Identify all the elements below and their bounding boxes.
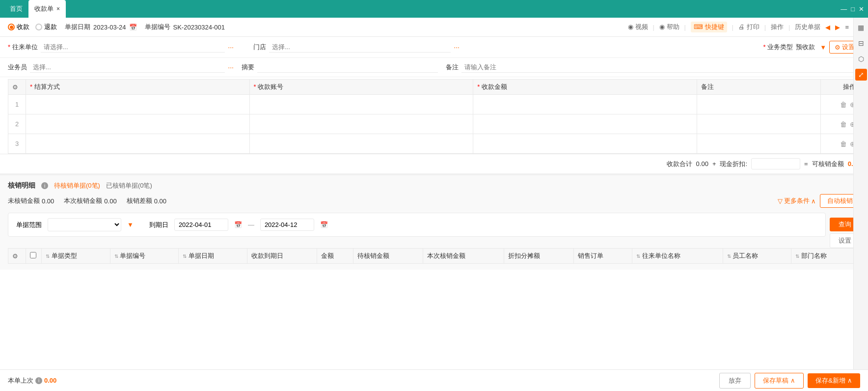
counterparty-more-btn[interactable]: ··· [228, 43, 234, 51]
row2-remark[interactable] [697, 114, 820, 134]
right-sidebar: ▦ ⊟ ⬡ ⤢ [853, 18, 868, 369]
remark-input[interactable] [461, 62, 860, 73]
done-tab-link[interactable]: 已核销单据(0笔) [106, 181, 152, 190]
col-settlement: 结算方式 [26, 80, 250, 95]
bottom-bar: 本单上次 i 0.00 放弃 保存草稿 ∧ 保存&新增 ∧ [0, 369, 868, 391]
row-num-3: 3 [8, 134, 26, 154]
col-counterparty-sub: ⇅ 往来单位名称 [632, 249, 723, 264]
row2-amount[interactable] [473, 114, 697, 134]
history-action[interactable]: 历史单据 [795, 23, 820, 31]
row1-delete-icon[interactable]: 🗑 [840, 101, 847, 109]
row3-amount[interactable] [473, 134, 697, 154]
col-current-sub: 本次核销金额 [423, 249, 504, 264]
col-employee: ⇅ 员工名称 [723, 249, 791, 264]
sub-table-settings-icon[interactable]: ⚙ [12, 252, 18, 260]
col-due-date-sub: 收款到期日 [247, 249, 317, 264]
close-tab-icon[interactable]: × [56, 5, 60, 12]
store-group: 门店 ··· [253, 42, 460, 53]
collection-total-label: 收款合计 [667, 160, 692, 168]
unverified-stat: 未核销金额 0.00 [8, 196, 54, 205]
nav-right-icon[interactable]: ▶ [835, 24, 840, 31]
store-input[interactable] [269, 42, 451, 53]
help-action[interactable]: ◉ 帮助 [659, 23, 679, 31]
sidebar-history-icon[interactable]: ⊟ [855, 37, 867, 49]
tab-receipt[interactable]: 收款单 × [28, 0, 66, 18]
col-remark: 备注 [697, 80, 820, 95]
operations-action[interactable]: 操作 [771, 23, 784, 31]
form-header: 收款 退款 单据日期 2023-03-24 📅 单据编号 SK-20230324… [0, 18, 868, 37]
minimize-btn[interactable]: — [841, 5, 847, 13]
col-num-label: 单据编号 [120, 252, 145, 259]
list-view-icon[interactable]: ≡ [845, 24, 849, 31]
select-all-checkbox[interactable] [30, 252, 36, 258]
draft-button[interactable]: 保存草稿 ∧ [755, 373, 804, 389]
more-conditions-btn[interactable]: ▽ 更多条件 ∧ [778, 196, 816, 205]
counterparty-input[interactable] [41, 42, 225, 53]
nav-left-icon[interactable]: ◀ [825, 24, 830, 31]
calendar-to-icon[interactable]: 📅 [320, 221, 328, 228]
calendar-icon[interactable]: 📅 [129, 24, 137, 31]
row1-remark[interactable] [697, 95, 820, 114]
sidebar-attachment-icon[interactable]: ⬡ [855, 53, 867, 65]
refund-radio[interactable]: 退款 [35, 23, 57, 31]
maximize-btn[interactable]: □ [851, 5, 855, 13]
main-content: 收款 退款 单据日期 2023-03-24 📅 单据编号 SK-20230324… [0, 18, 868, 391]
row1-settlement[interactable] [26, 95, 250, 114]
this-order-label: 本单上次 [8, 376, 33, 385]
discard-button[interactable]: 放弃 [719, 373, 751, 389]
date-from-input[interactable] [174, 219, 228, 231]
plus-sign: + [712, 160, 716, 168]
discount-input[interactable] [751, 158, 800, 169]
sidebar-expand-icon[interactable]: ⤢ [855, 69, 867, 81]
col-sales-order: 销售订单 [573, 249, 632, 264]
bottom-info-icon[interactable]: i [35, 377, 42, 384]
row2-settlement[interactable] [26, 114, 250, 134]
close-btn[interactable]: ✕ [859, 5, 864, 13]
tab-home[interactable]: 首页 [4, 0, 28, 18]
verification-table: ⚙ ⇅ 单据类型 ⇅ 单据编号 [8, 248, 860, 264]
receipt-radio-circle [8, 24, 15, 30]
summary-input[interactable] [257, 62, 438, 73]
pending-tab-link[interactable]: 待核销单据(0笔) [54, 181, 100, 190]
col-dept: ⇅ 部门名称 [791, 249, 860, 264]
col-doc-num: ⇅ 单据编号 [110, 249, 179, 264]
row3-delete-icon[interactable]: 🗑 [840, 140, 847, 148]
gear-icon: ⚙ [835, 44, 841, 51]
diff-value: 0.00 [154, 197, 166, 205]
store-more-btn[interactable]: ··· [454, 43, 460, 51]
info-icon[interactable]: i [41, 182, 48, 189]
col-doc-type: ⇅ 单据类型 [42, 249, 110, 264]
date-to-input[interactable] [260, 219, 314, 231]
business-type-chevron[interactable]: ▼ [820, 44, 826, 51]
table-settings-icon[interactable]: ⚙ [12, 84, 18, 91]
row3-account[interactable] [249, 134, 473, 154]
sidebar-table-icon[interactable]: ▦ [855, 22, 867, 33]
row3-remark[interactable] [697, 134, 820, 154]
row3-settlement[interactable] [26, 134, 250, 154]
receipt-table: ⚙ 结算方式 收款账号 收款金额 备注 操作 1 [8, 79, 860, 154]
col-pending-sub: 待核销金额 [353, 249, 423, 264]
range-select[interactable] [48, 218, 121, 231]
receipt-radio[interactable]: 收款 [8, 23, 29, 31]
calendar-from-icon[interactable]: 📅 [234, 221, 242, 228]
row1-amount[interactable] [473, 95, 697, 114]
row-num-1: 1 [8, 95, 26, 114]
col-counterparty-label: 往来单位名称 [642, 252, 680, 259]
video-action[interactable]: ◉ 视频 [628, 23, 648, 31]
remark-label: 备注 [446, 63, 459, 72]
bottom-right: 放弃 保存草稿 ∧ 保存&新增 ∧ [719, 373, 860, 389]
business-type-value: 预收款 [796, 43, 815, 52]
current-stat: 本次核销金额 0.00 [64, 196, 116, 205]
row1-account[interactable] [249, 95, 473, 114]
row2-account[interactable] [249, 114, 473, 134]
save-new-button[interactable]: 保存&新增 ∧ [808, 373, 860, 388]
row2-delete-icon[interactable]: 🗑 [840, 120, 847, 128]
save-new-chevron-icon: ∧ [847, 377, 852, 384]
shortcut-action[interactable]: ⌨ 快捷键 [691, 22, 727, 32]
table-gear-header: ⚙ [8, 80, 26, 95]
salesperson-input[interactable] [30, 62, 225, 73]
range-chevron-icon[interactable]: ▼ [127, 221, 134, 228]
tab-bar: 首页 收款单 × — □ ✕ [0, 0, 868, 18]
salesperson-more-btn[interactable]: ··· [228, 63, 234, 71]
print-action[interactable]: 🖨 打印 [738, 23, 760, 31]
